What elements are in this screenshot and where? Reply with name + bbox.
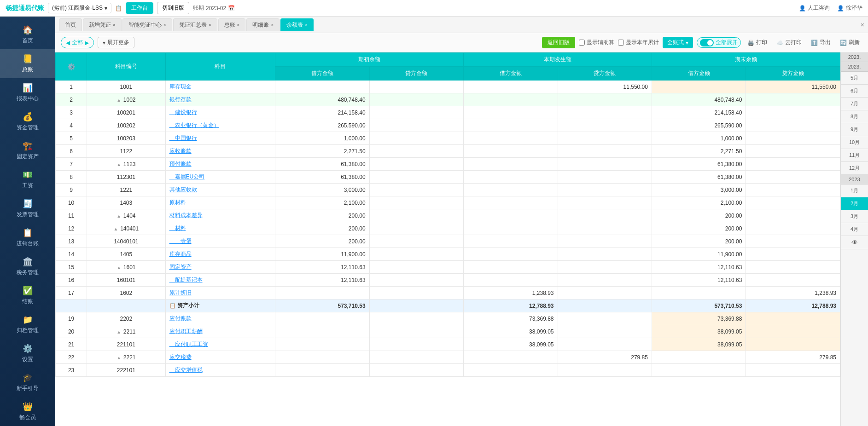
full-mode-button[interactable]: 全账式 ▾ — [663, 37, 693, 48]
tab-close-balance[interactable]: × — [305, 23, 308, 28]
workbench-button[interactable]: 工作台 — [126, 2, 153, 14]
right-panel-month-2[interactable]: 2月 — [841, 197, 868, 210]
sidebar-item-settings[interactable]: ⚙️ 设置 — [0, 339, 55, 368]
aux-checkbox-input[interactable] — [579, 40, 585, 46]
name-link-4[interactable]: 农业银行（黄金） — [169, 122, 219, 128]
name-link-14[interactable]: 库存商品 — [169, 251, 192, 257]
name-link-13[interactable]: 壹蛋 — [169, 238, 192, 244]
cell-name-13[interactable]: 壹蛋 — [165, 235, 275, 248]
cell-name-23[interactable]: 应交增值税 — [165, 364, 275, 377]
name-link-16[interactable]: 配提基记本 — [169, 276, 203, 283]
name-link-8[interactable]: 嘉属EU公司 — [169, 173, 205, 180]
name-link-22[interactable]: 应交税费 — [169, 354, 192, 360]
right-panel-month-4[interactable]: 4月 — [841, 223, 868, 236]
right-panel-month-12[interactable]: 12月 — [841, 162, 868, 175]
cell-name-17[interactable]: 累计折旧 — [165, 287, 275, 299]
sidebar-item-payroll[interactable]: 💵 工资 — [0, 165, 55, 194]
name-link-2[interactable]: 银行存款 — [169, 96, 192, 103]
tab-home[interactable]: 首页 — [59, 18, 82, 31]
right-panel-month-11[interactable]: 11月 — [841, 149, 868, 162]
calendar-icon[interactable]: 📅 — [228, 5, 235, 12]
cell-name-11[interactable]: 材料成本差异 — [165, 209, 275, 222]
tab-close-new-voucher[interactable]: × — [113, 23, 116, 28]
right-panel-month-1[interactable]: 1月 — [841, 184, 868, 197]
cell-name-1[interactable]: 库存现金 — [165, 81, 275, 93]
tab-detail-ledger[interactable]: 明细账 × — [246, 18, 280, 31]
cell-name-14[interactable]: 库存商品 — [165, 248, 275, 261]
sidebar-item-home[interactable]: 🏠 首页 — [0, 20, 55, 49]
expand-icon-22[interactable]: ▲ — [117, 355, 122, 360]
sidebar-item-checkout[interactable]: ✅ 结账 — [0, 281, 55, 310]
sidebar-item-guide[interactable]: 🎓 新手引导 — [0, 368, 55, 397]
cell-name-2[interactable]: 银行存款 — [165, 93, 275, 106]
name-link-21[interactable]: 应付职工工资 — [169, 341, 208, 347]
tab-close-detail-ledger[interactable]: × — [271, 23, 274, 28]
expand-icon-7[interactable]: ▲ — [117, 162, 122, 167]
user-service[interactable]: 👤 人工咨询 — [799, 4, 830, 12]
cell-name-7[interactable]: 预付账款 — [165, 158, 275, 171]
cloud-print-button[interactable]: ☁️ 云打印 — [774, 37, 804, 48]
refresh-button[interactable]: 🔄 刷新 — [837, 37, 862, 48]
name-link-1[interactable]: 库存现金 — [169, 83, 192, 90]
name-link-20[interactable]: 应付职工薪酬 — [169, 328, 203, 334]
print-button[interactable]: 🖨️ 打印 — [745, 37, 770, 48]
cell-name-10[interactable]: 原材料 — [165, 196, 275, 209]
toggle-switch[interactable] — [700, 39, 714, 46]
cell-name-9[interactable]: 其他应收款 — [165, 184, 275, 196]
expand-icon-15[interactable]: ▲ — [117, 265, 122, 270]
tab-general-ledger[interactable]: 总账 × — [218, 18, 246, 31]
name-link-23[interactable]: 应交增值税 — [169, 367, 203, 373]
expand-icon-12[interactable]: ▲ — [113, 226, 119, 231]
sidebar-item-member[interactable]: 👑 畅会员 — [0, 397, 55, 426]
th-settings[interactable]: ⚙️ — [56, 53, 87, 81]
sidebar-item-invoice[interactable]: 🧾 发票管理 — [0, 194, 55, 223]
right-panel-month-9[interactable]: 9月 — [841, 123, 868, 136]
expand-icon-2[interactable]: ▲ — [117, 98, 122, 103]
cell-name-15[interactable]: 固定资产 — [165, 261, 275, 274]
expand-more-button[interactable]: ▾ 展开更多 — [98, 37, 134, 48]
right-panel-month-7[interactable]: 7月 — [841, 98, 868, 110]
sidebar-item-tax[interactable]: 🏛️ 税务管理 — [0, 252, 55, 281]
close-all-tabs[interactable]: × — [861, 21, 864, 29]
name-link-19[interactable]: 应付账款 — [169, 315, 192, 322]
tab-smart-voucher[interactable]: 智能凭证中心 × — [122, 18, 172, 31]
cell-name-19[interactable]: 应付账款 — [165, 312, 275, 325]
switch-button[interactable]: 切到旧版 — [157, 2, 189, 14]
name-link-12[interactable]: 材料 — [169, 225, 186, 231]
right-panel-month-5[interactable]: 5月 — [841, 72, 868, 85]
sidebar-item-reports[interactable]: 📊 报表中心 — [0, 78, 55, 107]
name-link-6[interactable]: 应收账款 — [169, 148, 192, 154]
cell-name-4[interactable]: 农业银行（黄金） — [165, 119, 275, 132]
tab-close-smart-voucher[interactable]: × — [163, 23, 166, 28]
sidebar-item-assets[interactable]: 🏗️ 固定资产 — [0, 136, 55, 165]
right-panel-month-10[interactable]: 10月 — [841, 136, 868, 149]
name-link-7[interactable]: 预付账款 — [169, 161, 192, 167]
show-ytd-checkbox[interactable]: 显示本年累计 — [618, 39, 659, 46]
cell-name-21[interactable]: 应付职工工资 — [165, 338, 275, 351]
cell-name-22[interactable]: 应交税费 — [165, 351, 275, 364]
tab-new-voucher[interactable]: 新增凭证 × — [83, 18, 122, 31]
expand-icon-11[interactable]: ▲ — [117, 213, 122, 219]
all-filter-button[interactable]: ◀ 全部 ▶ — [61, 37, 94, 48]
user-name-area[interactable]: 👤 徐泽华 — [837, 4, 862, 12]
export-button[interactable]: ⬆️ 导出 — [808, 37, 833, 48]
company-selector[interactable]: (劣前) 江西股金-LSS ▾ — [48, 3, 111, 13]
tab-voucher-summary[interactable]: 凭证汇总表 × — [173, 18, 217, 31]
ytd-checkbox-input[interactable] — [618, 40, 624, 46]
name-link-10[interactable]: 原材料 — [169, 199, 186, 206]
tab-close-voucher-summary[interactable]: × — [209, 23, 211, 28]
copy-icon[interactable]: 📋 — [115, 5, 122, 12]
cell-name-18[interactable]: 📋 资产小计 — [165, 299, 275, 312]
sidebar-item-ledger[interactable]: 📒 总账 — [0, 49, 55, 78]
cell-name-5[interactable]: 中国银行 — [165, 132, 275, 145]
cell-name-16[interactable]: 配提基记本 — [165, 274, 275, 287]
cell-name-20[interactable]: 应付职工薪酬 — [165, 325, 275, 338]
sidebar-item-funds[interactable]: 💰 资金管理 — [0, 107, 55, 136]
right-panel-month-8[interactable]: 8月 — [841, 110, 868, 123]
tab-balance[interactable]: 余额表 × — [280, 18, 314, 31]
name-link-11[interactable]: 材料成本差异 — [169, 212, 203, 219]
right-panel-month-6[interactable]: 6月 — [841, 85, 868, 98]
name-link-5[interactable]: 中国银行 — [169, 135, 197, 141]
return-old-version-button[interactable]: 返回旧版 — [542, 37, 575, 48]
expand-icon-20[interactable]: ▲ — [117, 329, 122, 334]
